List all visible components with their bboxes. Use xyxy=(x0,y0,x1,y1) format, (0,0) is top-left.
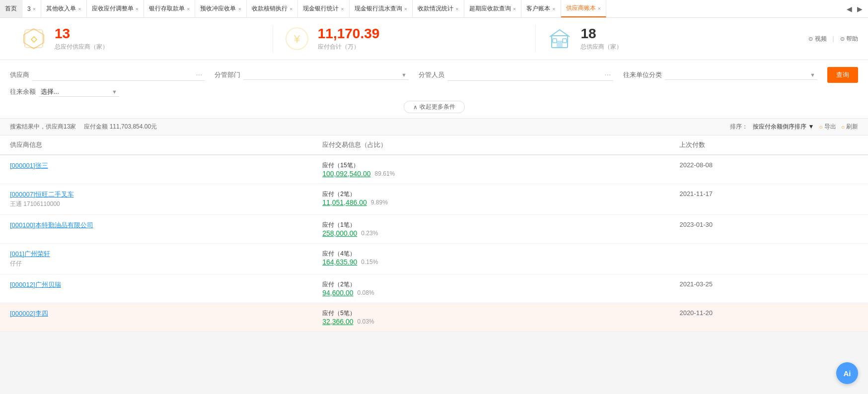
supplier-link-3[interactable]: [000100]本特勤油品有限公司 xyxy=(10,221,93,229)
nav-ar-ap-adjust-label: 应收应付调整单 xyxy=(92,4,134,13)
nav-supplier-ledger-close[interactable]: × xyxy=(598,5,601,11)
stat-icon-store xyxy=(546,25,574,53)
filter-collapse-area: ∧ 收起更多条件 xyxy=(10,101,858,113)
nav-receipt-verify[interactable]: 收款核销执行 × xyxy=(247,0,298,17)
trans-info-5: 应付（2笔） 94,600.00 0.08% xyxy=(322,280,679,297)
export-button[interactable]: ○ 导出 xyxy=(819,123,836,131)
trans-amount-5[interactable]: 94,600.00 xyxy=(322,289,353,297)
nav-customer-ledger-close[interactable]: × xyxy=(552,6,555,12)
trans-label-5: 应付（2笔） xyxy=(322,280,679,289)
results-amount: 应付金额 111,703,854.00元 xyxy=(84,123,157,131)
supplier-link-4[interactable]: [001]广州荣轩 xyxy=(10,250,50,258)
trans-info-2: 应付（2笔） 11,051,486.00 9.89% xyxy=(322,190,679,206)
filter-input-supplier[interactable]: ··· xyxy=(32,69,205,81)
balance-chevron-icon: ▼ xyxy=(112,89,117,95)
nav-ar-ap-adjust[interactable]: 应收应付调整单 × xyxy=(87,0,144,17)
svg-rect-8 xyxy=(563,39,567,43)
page-wrapper: 首页 3 × 其他收入单 × 应收应付调整单 × 银行存取款单 × 预收冲应收单… xyxy=(0,0,868,332)
filter-input-person[interactable]: ··· xyxy=(447,69,613,81)
trans-percent-4: 0.15% xyxy=(361,259,378,265)
col-header-transactions: 应付交易信息（占比） xyxy=(322,140,679,149)
filter-item-unit-type: 往来单位分类 ▼ xyxy=(623,70,818,80)
supplier-link-2[interactable]: [000007]恒旺二手叉车 xyxy=(10,191,74,198)
supplier-info-3: [000100]本特勤油品有限公司 xyxy=(10,221,322,230)
balance-select[interactable]: 选择... 有余额 无余额 xyxy=(41,88,110,95)
nav-arrow-left[interactable]: ◀ xyxy=(844,4,855,14)
filter-select-unit-type[interactable]: ▼ xyxy=(665,70,818,80)
trans-amount-1[interactable]: 100,092,540.00 xyxy=(322,170,370,178)
nav-other-income-close[interactable]: × xyxy=(78,6,81,12)
nav-overdue-ar[interactable]: 超期应收款查询 × xyxy=(464,0,521,17)
nav-receipt-verify-close[interactable]: × xyxy=(289,6,292,12)
col-header-supplier: 供应商信息 xyxy=(10,140,322,149)
supplier-link-5[interactable]: [000012]广州贝瑞 xyxy=(10,281,61,288)
nav-cash-bank-stat[interactable]: 现金银行统计 × xyxy=(298,0,349,17)
trans-amount-6[interactable]: 32,366.00 xyxy=(322,318,353,326)
nav-arrow-right[interactable]: ▶ xyxy=(855,4,865,14)
supplier-link-6[interactable]: [000002]李四 xyxy=(10,310,48,317)
nav-customer-ledger[interactable]: 客户账本 × xyxy=(521,0,561,17)
help-link[interactable]: ⊙ 帮助 xyxy=(840,35,858,43)
filter-label-supplier: 供应商 xyxy=(10,70,29,79)
nav-receipt-stat-close[interactable]: × xyxy=(455,6,458,12)
supplier-info-5: [000012]广州贝瑞 xyxy=(10,280,322,289)
trans-amount-4[interactable]: 164,635.90 xyxy=(322,258,357,266)
video-label: 视频 xyxy=(815,35,827,42)
filter-select-balance[interactable]: 选择... 有余额 无余额 ▼ xyxy=(39,87,119,97)
nav-ar-ap-adjust-close[interactable]: × xyxy=(136,6,139,12)
supplier-dots-icon[interactable]: ··· xyxy=(196,70,202,79)
trans-info-3: 应付（1笔） 258,000.00 0.23% xyxy=(322,221,679,237)
nav-cash-bank-stat-close[interactable]: × xyxy=(341,6,344,12)
person-dots-icon[interactable]: ··· xyxy=(604,70,611,79)
nav-other-income[interactable]: 其他收入单 × xyxy=(41,0,86,17)
query-button[interactable]: 查询 xyxy=(827,67,858,83)
nav-receipt-stat[interactable]: 收款情况统计 × xyxy=(413,0,464,17)
nav-tab3[interactable]: 3 × xyxy=(22,0,41,17)
video-link[interactable]: ⊙ 视频 xyxy=(808,35,826,43)
collapse-button-label: 收起更多条件 xyxy=(420,103,455,111)
supplier-link-1[interactable]: [000001]张三 xyxy=(10,162,48,169)
stat-content-payable-suppliers: 13 总应付供应商（家） xyxy=(55,26,108,51)
last-payment-5: 2021-03-25 xyxy=(679,280,858,288)
nav-bank-deposit-close[interactable]: × xyxy=(187,6,190,12)
table-row: [000007]恒旺二手叉车 王通 17106110000 应付（2笔） 11,… xyxy=(0,184,868,215)
results-bar: 搜索结果中，供应商13家 应付金额 111,703,854.00元 排序： 按应… xyxy=(0,119,868,135)
nav-home[interactable]: 首页 xyxy=(0,0,22,17)
refresh-label: 刷新 xyxy=(846,123,858,131)
trans-percent-2: 9.89% xyxy=(371,199,388,206)
trans-amount-2[interactable]: 11,051,486.00 xyxy=(322,198,367,206)
trans-label-2: 应付（2笔） xyxy=(322,190,679,198)
trans-amount-3[interactable]: 258,000.00 xyxy=(322,229,357,237)
filter-select-dept[interactable]: ▼ xyxy=(243,70,409,80)
export-icon: ○ xyxy=(819,124,823,131)
supplier-sub-4: 仔仔 xyxy=(10,260,322,268)
last-payment-date-3: 2023-01-30 xyxy=(679,221,713,228)
filter-area: 供应商 ··· 分管部门 ▼ 分管人员 xyxy=(0,60,868,119)
filter-row-1: 供应商 ··· 分管部门 ▼ 分管人员 xyxy=(10,67,858,83)
dept-select[interactable] xyxy=(245,71,400,78)
svg-text:◇: ◇ xyxy=(30,35,38,43)
filter-label-person: 分管人员 xyxy=(419,70,444,79)
nav-bank-deposit[interactable]: 银行存取款单 × xyxy=(144,0,195,17)
dept-chevron-icon: ▼ xyxy=(401,72,407,78)
filter-label-unit-type: 往来单位分类 xyxy=(623,70,662,79)
nav-cash-bank-flow[interactable]: 现金银行流水查询 × xyxy=(350,0,413,17)
refresh-icon: ○ xyxy=(841,124,845,131)
supplier-input[interactable] xyxy=(34,71,194,78)
nav-advance-ar[interactable]: 预收冲应收单 × xyxy=(195,0,246,17)
nav-cash-bank-flow-close[interactable]: × xyxy=(404,6,407,12)
last-payment-date-2: 2021-11-17 xyxy=(679,190,713,197)
nav-customer-ledger-label: 客户账本 xyxy=(526,4,550,13)
last-payment-date-5: 2021-03-25 xyxy=(679,280,713,288)
unit-type-select[interactable] xyxy=(667,71,808,78)
refresh-button[interactable]: ○ 刷新 xyxy=(841,123,858,131)
person-input[interactable] xyxy=(449,71,602,78)
collapse-button[interactable]: ∧ 收起更多条件 xyxy=(404,101,465,113)
nav-tab3-close[interactable]: × xyxy=(33,6,36,12)
supplier-info-6: [000002]李四 xyxy=(10,309,322,318)
stat-value-payable-suppliers: 13 xyxy=(55,26,108,42)
sort-value[interactable]: 按应付余额倒序排序 ▼ xyxy=(753,123,814,131)
nav-advance-ar-close[interactable]: × xyxy=(238,6,241,12)
nav-overdue-ar-close[interactable]: × xyxy=(513,6,516,12)
nav-supplier-ledger[interactable]: 供应商账本 × xyxy=(561,0,606,17)
